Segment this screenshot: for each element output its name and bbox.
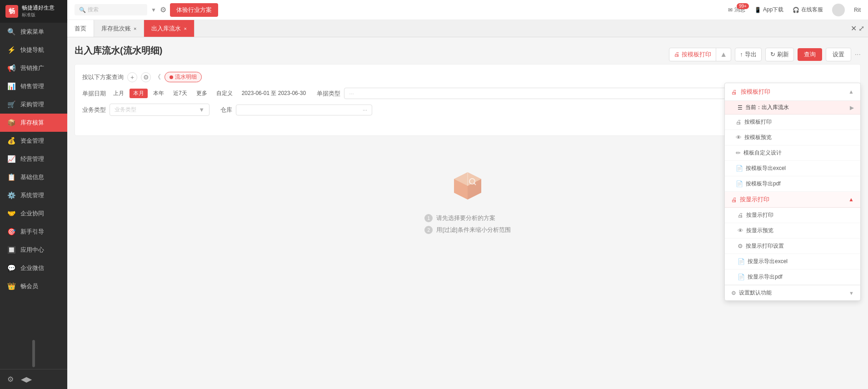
dropdown-header-arrow: ▲: [848, 89, 854, 95]
sidebar-item-basic[interactable]: 📋 基础信息: [0, 168, 67, 186]
dropdown-template-print[interactable]: 🖨 按模板打印: [725, 115, 860, 130]
dropdown-display-pdf[interactable]: 📄 按显示导出pdf: [725, 269, 860, 285]
sidebar-item-appcenter[interactable]: 🔲 应用中心: [0, 241, 67, 259]
biz-type-select[interactable]: 业务类型 ▼: [110, 104, 210, 116]
marketing-icon: 📢: [7, 64, 16, 72]
query-btn[interactable]: 查询: [798, 48, 822, 61]
display-pdf-icon: 📄: [738, 274, 745, 280]
template-design-icon: ✏: [736, 150, 741, 156]
biz-type-arrow: ▼: [199, 106, 205, 113]
app-edition: 标准版: [22, 12, 55, 18]
date-opt-custom[interactable]: 自定义: [213, 89, 236, 98]
sidebar: 畅 畅捷通好生意 标准版 🔍 搜索菜单 ⚡ 快捷导航 📢 营销推广 📊 销售管理…: [0, 0, 67, 389]
date-filter-field: 单据日期 上月 本月 本年 近7天 更多 自定义 2023-06-01 至 20…: [82, 89, 306, 98]
sidebar-item-search[interactable]: 🔍 搜索菜单: [0, 23, 67, 41]
close-tab-inventory[interactable]: ×: [134, 26, 136, 31]
headset-icon: 🎧: [793, 7, 799, 13]
appcenter-icon: 🔲: [7, 246, 16, 254]
date-opt-more[interactable]: 更多: [193, 89, 211, 98]
sidebar-item-collab[interactable]: 🤝 企业协同: [0, 204, 67, 223]
dropdown-display-section[interactable]: 🖨 按显示打印 ▲: [725, 192, 860, 208]
settings-btn[interactable]: 设置: [826, 48, 851, 61]
username-label: Rit: [854, 7, 861, 13]
sales-icon: 📊: [7, 82, 16, 90]
current-icon: ☰: [738, 105, 743, 111]
refresh-btn[interactable]: ↻ 刷新: [765, 48, 794, 61]
tab-inventory-batch[interactable]: 库存批次账 ×: [94, 20, 144, 37]
refresh-icon: ↻: [770, 51, 775, 58]
warehouse-select[interactable]: ···: [236, 105, 372, 115]
print-btn-group: 🖨 按模板打印 ▲: [669, 48, 731, 61]
sidebar-item-purchase[interactable]: 🛒 采购管理: [0, 95, 67, 114]
app-download-btn[interactable]: 📱 App下载: [754, 6, 783, 14]
collab-icon: 🤝: [7, 209, 16, 218]
date-options: 上月 本月 本年 近7天 更多 自定义: [110, 89, 236, 98]
template-print-btn[interactable]: 🖨 按模板打印: [669, 48, 716, 61]
dropdown-template-excel[interactable]: 📄 按模板导出excel: [725, 161, 860, 176]
collapse-sidebar-icon[interactable]: ◀▶: [21, 375, 32, 384]
dropdown-display-preview[interactable]: 👁 按显示预览: [725, 223, 860, 239]
date-opt-7days[interactable]: 近7天: [170, 89, 191, 98]
sidebar-item-quicknav[interactable]: ⚡ 快捷导航: [0, 41, 67, 59]
filter-tag[interactable]: 流水明细: [165, 72, 202, 82]
wechat-icon: 💬: [7, 264, 16, 272]
dropdown-display-settings[interactable]: ⚙ 按显示打印设置: [725, 239, 860, 254]
dropdown-display-excel[interactable]: 📄 按显示导出excel: [725, 254, 860, 269]
warehouse-more-icon: ···: [363, 107, 367, 113]
search-icon: 🔍: [7, 28, 16, 36]
sidebar-item-finance[interactable]: 💰 资金管理: [0, 132, 67, 150]
online-service-btn[interactable]: 🎧 在线客服: [793, 6, 823, 14]
close-tab-inout[interactable]: ×: [184, 26, 186, 31]
date-opt-this-month[interactable]: 本月: [130, 89, 148, 98]
topbar-dropdown-arrow[interactable]: ▼: [151, 7, 156, 13]
date-opt-last-month[interactable]: 上月: [110, 89, 128, 98]
display-preview-icon: 👁: [738, 227, 743, 234]
sidebar-item-sales[interactable]: 📊 销售管理: [0, 77, 67, 95]
tab-home[interactable]: 首页: [67, 20, 94, 37]
sidebar-item-marketing[interactable]: 📢 营销推广: [0, 59, 67, 77]
date-opt-this-year[interactable]: 本年: [150, 89, 168, 98]
filter-tag-dot: [170, 75, 173, 79]
close-all-tabs-icon[interactable]: ✕: [851, 24, 857, 33]
print-dropdown-arrow[interactable]: ▲: [716, 48, 731, 61]
dropdown-display-print[interactable]: 🖨 按显示打印: [725, 208, 860, 223]
more-options-icon[interactable]: ···: [855, 50, 861, 59]
dropdown-template-preview[interactable]: 👁 按模板预览: [725, 130, 860, 145]
sidebar-item-wechat[interactable]: 💬 企业微信: [0, 259, 67, 277]
empty-hints: 1 请先选择要分析的方案 2 用[过滤]条件来缩小分析范围: [424, 214, 510, 234]
sidebar-item-guide[interactable]: 🎯 新手引导: [0, 223, 67, 241]
user-avatar[interactable]: [832, 4, 845, 16]
dropdown-default-settings[interactable]: ⚙ 设置默认功能 ▼: [725, 285, 860, 300]
filter-add-btn[interactable]: +: [127, 72, 137, 82]
date-label: 单据日期: [82, 90, 106, 98]
message-icon: ✉: [728, 7, 733, 13]
topbar-search[interactable]: 🔍 搜索: [75, 4, 147, 15]
export-icon: ↑: [740, 51, 743, 58]
sidebar-item-member[interactable]: 👑 畅会员: [0, 277, 67, 295]
settings-gear-icon[interactable]: ⚙: [7, 375, 14, 384]
page-title: 出入库流水(流水明细): [75, 45, 162, 57]
dropdown-template-pdf[interactable]: 📄 按模板导出pdf: [725, 176, 860, 192]
filter-collapse-btn[interactable]: 《: [155, 73, 161, 81]
maximize-icon[interactable]: ⤢: [858, 24, 864, 33]
tab-inout-flow[interactable]: 出入库流水 ×: [144, 20, 194, 37]
filter-setting-btn[interactable]: ⚙: [141, 72, 151, 82]
dropdown-template-design[interactable]: ✏ 模板自定义设计: [725, 145, 860, 161]
quicknav-icon: ⚡: [7, 46, 16, 54]
topbar-right: ✉ 消息 99+ 📱 App下载 🎧 在线客服 Rit: [728, 4, 861, 16]
trial-btn[interactable]: 体验行业方案: [170, 3, 218, 17]
operation-icon: 📈: [7, 155, 16, 163]
dropdown-template-header[interactable]: 🖨 按模板打印 ▲: [725, 83, 860, 101]
sidebar-item-inventory[interactable]: 📦 库存核算: [0, 114, 67, 132]
sidebar-item-system[interactable]: ⚙️ 系统管理: [0, 186, 67, 204]
hint-1: 1 请先选择要分析的方案: [424, 214, 510, 222]
export-btn[interactable]: ↑ 导出: [735, 48, 762, 61]
message-btn[interactable]: ✉ 消息 99+: [728, 6, 745, 14]
default-settings-icon: ⚙: [731, 290, 736, 296]
print-dropdown-panel: 🖨 按模板打印 ▲ ☰ 当前：出入库流水 ▶ 🖨 按模板打印 👁 按模板预览 ✏: [724, 83, 861, 301]
empty-state-icon: [445, 163, 490, 209]
topbar-gear-icon[interactable]: ⚙: [160, 5, 166, 14]
current-template-indicator[interactable]: ☰ 当前：出入库流水 ▶: [725, 101, 860, 115]
logo-icon: 畅: [5, 5, 18, 18]
sidebar-item-operation[interactable]: 📈 经营管理: [0, 150, 67, 168]
